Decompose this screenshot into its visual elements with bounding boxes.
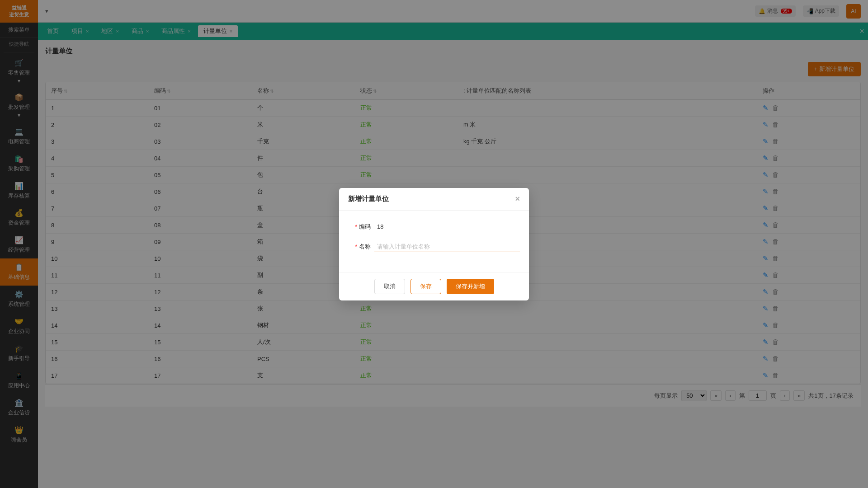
form-row-code: 编码 (348, 221, 520, 232)
code-input[interactable] (374, 221, 520, 232)
modal-footer: 取消 保存 保存并新增 (339, 272, 529, 300)
name-input[interactable] (374, 241, 520, 252)
add-unit-modal: 新增计量单位 × 编码 名称 取消 保存 保存并新增 (339, 188, 529, 300)
modal-body: 编码 名称 (339, 211, 529, 272)
name-label: 名称 (348, 243, 371, 251)
modal-header: 新增计量单位 × (339, 188, 529, 211)
modal-close-button[interactable]: × (515, 194, 520, 204)
cancel-button[interactable]: 取消 (374, 279, 405, 294)
save-button[interactable]: 保存 (410, 279, 441, 294)
modal-title: 新增计量单位 (348, 195, 389, 203)
save-and-new-button[interactable]: 保存并新增 (447, 279, 494, 294)
form-row-name: 名称 (348, 241, 520, 252)
code-label: 编码 (348, 223, 371, 231)
modal-overlay[interactable]: 新增计量单位 × 编码 名称 取消 保存 保存并新增 (0, 0, 868, 488)
